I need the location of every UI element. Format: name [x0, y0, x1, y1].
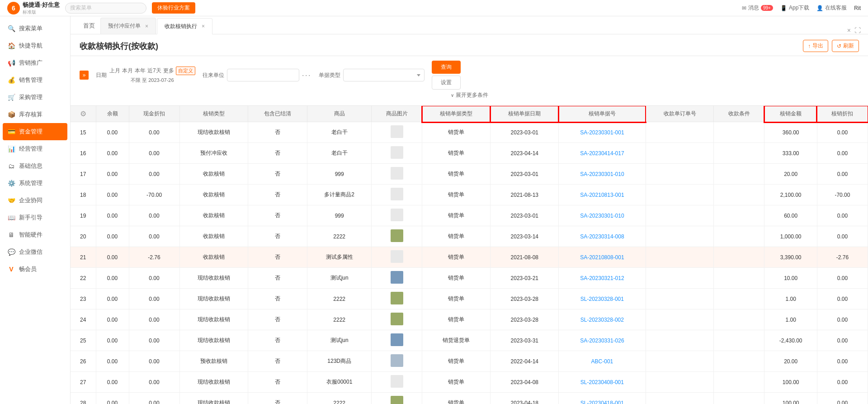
voucher-no-link[interactable]: SA-20230321-012	[580, 275, 624, 281]
voucher-no-link[interactable]: SL-20230328-001	[580, 296, 624, 302]
top-search-input[interactable]: 搜索菜单	[65, 3, 146, 14]
cell-cash-discount: 0.00	[129, 289, 179, 309]
voucher-no-link[interactable]: SA-20210813-001	[580, 192, 624, 198]
cell-voucher-date: 2022-04-14	[491, 351, 559, 372]
voucher-no-link[interactable]: SL-20230408-001	[580, 379, 624, 385]
voucher-no-link[interactable]: ABC-001	[591, 358, 613, 365]
sidebar-item-inventory[interactable]: 📦 库存核算	[0, 106, 70, 123]
voucher-no-link[interactable]: SL-20230418-001	[580, 400, 624, 404]
query-button[interactable]: 查询	[432, 61, 461, 74]
cell-writeoff-discount: -2.76	[817, 247, 868, 268]
cell-collection-condition	[714, 289, 764, 309]
operations-icon: 📊	[7, 145, 15, 152]
sidebar-item-basic-info[interactable]: 🗂 基础信息	[0, 157, 70, 175]
sidebar-item-guide[interactable]: 📖 新手引导	[0, 209, 70, 226]
cell-include-settled: 否	[248, 143, 307, 164]
tab-home[interactable]: 首页	[78, 18, 100, 34]
filter-date-this-month[interactable]: 本月	[122, 67, 133, 75]
enterprise-icon: 🤝	[7, 197, 15, 204]
cell-writeoff-discount: 0.00	[817, 351, 868, 372]
tab-close-all-icon[interactable]: ×	[847, 27, 851, 34]
filter-collapse-button[interactable]: »	[80, 71, 89, 80]
cell-voucher-date: 2023-03-21	[491, 268, 559, 289]
app-download-action[interactable]: 📱 App下载	[780, 4, 809, 12]
industry-btn[interactable]: 休验行业方案	[152, 2, 195, 14]
cell-voucher-no[interactable]: SA-20230331-026	[559, 330, 646, 351]
settings-icon: ⚙	[80, 110, 86, 118]
sidebar-item-purchase[interactable]: 🛒 采购管理	[0, 89, 70, 106]
basic-info-icon: 🗂	[7, 162, 15, 170]
cell-voucher-no[interactable]: SL-20230328-001	[559, 289, 646, 309]
cell-voucher-type: 销货单	[422, 309, 491, 330]
voucher-no-link[interactable]: SA-20210808-001	[580, 254, 624, 261]
cell-voucher-no[interactable]: SA-20230301-010	[559, 164, 646, 185]
cell-include-settled: 否	[248, 164, 307, 185]
cell-voucher-no[interactable]: SL-20230418-001	[559, 393, 646, 404]
voucher-no-link[interactable]: SA-20230314-008	[580, 233, 624, 240]
expand-more-button[interactable]: ∨ 展开更多条件	[80, 90, 859, 101]
setting-button[interactable]: 设置	[432, 76, 461, 90]
message-action[interactable]: ✉ 消息 99+	[742, 4, 773, 12]
col-goods: 商品	[307, 106, 372, 122]
tab-collection-close[interactable]: ×	[202, 23, 205, 29]
filter-date-group: 上月 本月 本年 近7天 更多 自定义 不限 至 2023-07-26	[109, 67, 195, 84]
voucher-no-link[interactable]: SA-20230301-010	[580, 171, 624, 177]
sidebar-item-finance[interactable]: 💳 资金管理	[3, 123, 67, 140]
export-button[interactable]: ↑ 导出	[803, 40, 828, 52]
cell-goods: 2222	[307, 289, 372, 309]
cell-voucher-no[interactable]: SL-20230408-001	[559, 372, 646, 393]
col-balance: 余额	[96, 106, 129, 122]
cell-collection-order	[646, 330, 714, 351]
voucher-no-link[interactable]: SA-20230331-026	[580, 337, 624, 344]
cell-voucher-no[interactable]: ABC-001	[559, 351, 646, 372]
sidebar-label-hardware: 智能硬件	[19, 231, 42, 239]
cell-voucher-no[interactable]: SA-20230414-017	[559, 143, 646, 164]
tab-fullscreen-icon[interactable]: ⛶	[854, 27, 861, 34]
tab-bar: 首页 预付冲应付单 × 收款核销执行 × × ⛶	[71, 16, 868, 34]
sidebar-item-enterprise[interactable]: 🤝 企业协同	[0, 192, 70, 209]
filter-date-last-month[interactable]: 上月	[109, 67, 120, 75]
filter-voucher-type-select[interactable]	[343, 69, 425, 81]
sidebar-label-quick-nav: 快捷导航	[19, 42, 42, 50]
cell-voucher-no[interactable]: SA-20230301-010	[559, 205, 646, 226]
finance-icon: 💳	[7, 128, 15, 135]
wechat-icon: 💬	[7, 248, 15, 256]
filter-date-more[interactable]: 更多	[163, 67, 174, 75]
cell-voucher-no[interactable]: SA-20210813-001	[559, 185, 646, 205]
cell-voucher-no[interactable]: SL-20230328-002	[559, 309, 646, 330]
tab-collection[interactable]: 收款核销执行 ×	[157, 18, 212, 34]
tab-prepay-close[interactable]: ×	[145, 23, 148, 29]
cell-voucher-no[interactable]: SA-20210808-001	[559, 247, 646, 268]
cell-writeoff-amount: 2,100.00	[764, 185, 817, 205]
sidebar-item-operations[interactable]: 📊 经营管理	[0, 140, 70, 157]
filter-counterparty-input[interactable]	[227, 69, 299, 81]
sidebar-item-quick-nav[interactable]: 🏠 快捷导航	[0, 37, 70, 54]
sidebar-item-member[interactable]: V 畅会员	[0, 261, 70, 278]
filter-date-this-year[interactable]: 本年	[135, 67, 146, 75]
cell-voucher-type: 销货单	[422, 205, 491, 226]
filter-date-custom[interactable]: 自定义	[176, 67, 195, 75]
sidebar-item-hardware[interactable]: 🖥 智能硬件	[0, 226, 70, 243]
cell-balance: 0.00	[96, 351, 129, 372]
voucher-no-link[interactable]: SA-20230301-001	[580, 129, 624, 136]
voucher-no-link[interactable]: SA-20230301-010	[580, 213, 624, 219]
cell-include-settled: 否	[248, 226, 307, 247]
cell-voucher-no[interactable]: SA-20230321-012	[559, 268, 646, 289]
col-settings[interactable]: ⚙	[71, 106, 96, 122]
cell-voucher-no[interactable]: SA-20230301-001	[559, 122, 646, 143]
sidebar-item-sales[interactable]: 💰 销售管理	[0, 71, 70, 89]
online-service-action[interactable]: 👤 在线客服	[816, 4, 847, 12]
tab-prepay[interactable]: 预付冲应付单 ×	[100, 18, 156, 34]
voucher-no-link[interactable]: SL-20230328-002	[580, 317, 624, 323]
refresh-button[interactable]: ↺ 刷新	[832, 40, 859, 52]
sidebar-item-system[interactable]: ⚙️ 系统管理	[0, 175, 70, 192]
cell-include-settled: 否	[248, 309, 307, 330]
voucher-no-link[interactable]: SA-20230414-017	[580, 150, 624, 157]
sidebar-item-search[interactable]: 🔍 搜索菜单	[0, 20, 70, 37]
filter-date-7days[interactable]: 近7天	[147, 67, 161, 75]
refresh-label: 刷新	[843, 42, 854, 50]
sidebar-item-marketing[interactable]: 📢 营销推广	[0, 54, 70, 71]
cell-voucher-no[interactable]: SA-20230314-008	[559, 226, 646, 247]
cell-collection-condition	[714, 185, 764, 205]
sidebar-item-wechat[interactable]: 💬 企业微信	[0, 243, 70, 261]
